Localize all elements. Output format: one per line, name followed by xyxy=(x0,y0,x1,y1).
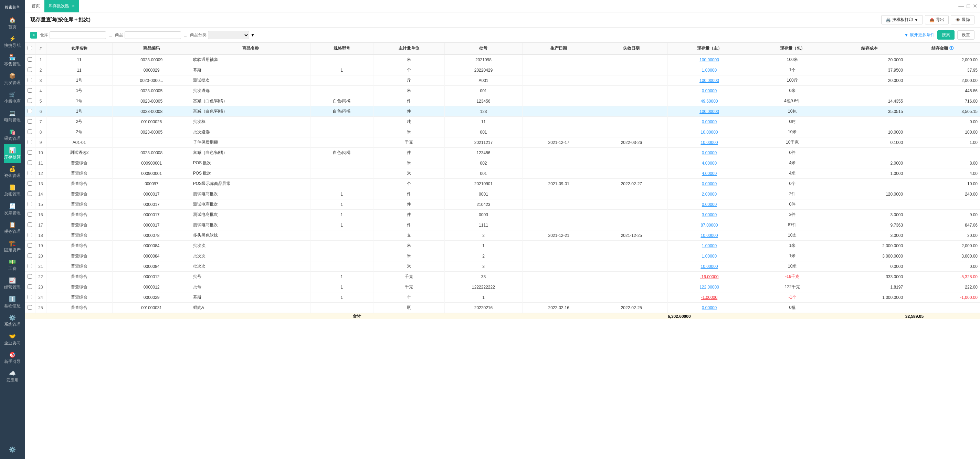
row-checkbox-15[interactable] xyxy=(25,210,35,220)
table-row[interactable]: 21 普查综合 0000084 批次次 米 3 10.00000 10米 0.0… xyxy=(25,261,980,272)
print-btn[interactable]: 🖨️ 按模板打印 ▼ xyxy=(881,15,923,24)
row-qty-main-24[interactable]: 0.00000 xyxy=(668,303,751,313)
sidebar-item-payroll[interactable]: 💵 工资 xyxy=(4,256,21,274)
sidebar-item-inventory-audit[interactable]: 📊 库存核算 xyxy=(4,144,21,163)
row-checkbox-7[interactable] xyxy=(25,127,35,137)
row-checkbox-24[interactable] xyxy=(25,303,35,313)
row-qty-main-17[interactable]: 10.00000 xyxy=(668,230,751,241)
row-checkbox-6[interactable] xyxy=(25,117,35,127)
table-row[interactable]: 8 2号 0023-00005 批次遴选 米 001 10.00000 10米 … xyxy=(25,127,980,137)
qty-main-link-23[interactable]: -1.00000 xyxy=(701,295,718,300)
table-row[interactable]: 19 普查综合 0000084 批次次 米 1 1.00000 1米 2,000… xyxy=(25,241,980,251)
qty-main-link-24[interactable]: 0.00000 xyxy=(702,305,717,310)
table-row[interactable]: 25 普查综合 001000031 鲜肉A 瓶 20220216 2022-02… xyxy=(25,303,980,313)
row-checkbox-23[interactable] xyxy=(25,292,35,303)
row-checkbox-20[interactable] xyxy=(25,261,35,272)
row-qty-main-4[interactable]: 49.60000 xyxy=(668,96,751,107)
sidebar-item-asset-mgmt[interactable]: 💰 资金管理 xyxy=(4,163,21,182)
row-check-3[interactable] xyxy=(27,88,32,92)
table-row[interactable]: 15 普查综合 0000017 测试电商批次 1 件 210423 0.0000… xyxy=(25,199,980,210)
row-qty-main-12[interactable]: 0.00000 xyxy=(668,179,751,189)
row-qty-main-6[interactable]: 0.00000 xyxy=(668,117,751,127)
row-check-0[interactable] xyxy=(27,57,32,62)
sidebar-item-invoice-mgmt[interactable]: 🧾 发票管理 xyxy=(4,200,21,219)
qty-main-link-21[interactable]: -16.00000 xyxy=(700,274,718,279)
row-qty-main-22[interactable]: 122.00000 xyxy=(668,282,751,292)
sidebar-item-sys-mgmt[interactable]: ⚙️ 系统管理 xyxy=(4,312,21,330)
qty-main-link-7[interactable]: 10.00000 xyxy=(700,130,718,135)
row-checkbox-8[interactable] xyxy=(25,137,35,148)
table-row[interactable]: 5 1号 0023-00005 富减（白色/闷橘） 白色/闷橘 件 123456… xyxy=(25,96,980,107)
row-qty-main-20[interactable]: 10.00000 xyxy=(668,261,751,272)
export-btn[interactable]: 📤 导出 xyxy=(925,15,949,24)
row-checkbox-12[interactable] xyxy=(25,179,35,189)
row-check-21[interactable] xyxy=(27,274,32,279)
row-check-18[interactable] xyxy=(27,243,32,247)
table-row[interactable]: 3 1号 0023-0000... 测试批次 斤 A001 100.00000 … xyxy=(25,75,980,86)
qty-main-link-22[interactable]: 122.00000 xyxy=(700,285,719,290)
qty-main-link-10[interactable]: 4.00000 xyxy=(702,161,717,166)
minimize-btn[interactable]: — xyxy=(958,3,964,9)
row-check-22[interactable] xyxy=(27,284,32,289)
table-row[interactable]: 20 普查综合 0000084 批次次 米 2 1.00000 1米 3,000… xyxy=(25,251,980,261)
row-check-17[interactable] xyxy=(27,233,32,237)
row-check-2[interactable] xyxy=(27,78,32,82)
row-check-5[interactable] xyxy=(27,109,32,113)
row-check-4[interactable] xyxy=(27,99,32,103)
qty-main-link-0[interactable]: 100.00000 xyxy=(700,57,719,62)
row-qty-main-0[interactable]: 100.00000 xyxy=(668,54,751,65)
row-check-8[interactable] xyxy=(27,140,32,144)
qty-main-link-6[interactable]: 0.00000 xyxy=(702,120,717,124)
row-checkbox-3[interactable] xyxy=(25,86,35,96)
expand-conditions-btn[interactable]: ▼ 展开更多条件 xyxy=(904,32,935,38)
sidebar-item-sales-mgmt[interactable]: 🏪 零售管理 xyxy=(4,51,21,70)
table-row[interactable]: 1 11 0023-00009 软软通用袖套 米 2021098 100.000… xyxy=(25,54,980,65)
table-row[interactable]: 9 A01-01 子件保质期额 千克 20211217 2021-12-17 2… xyxy=(25,137,980,148)
table-row[interactable]: 18 普查综合 0000078 多头黑色软线 支 2 2021-12-21 20… xyxy=(25,230,980,241)
row-checkbox-1[interactable] xyxy=(25,65,35,75)
qty-main-link-17[interactable]: 10.00000 xyxy=(700,233,718,238)
row-qty-main-8[interactable]: 10.00000 xyxy=(668,137,751,148)
table-row[interactable]: 23 普查综合 0000012 批号 1 千克 1222222222 122.0… xyxy=(25,282,980,292)
table-row[interactable]: 14 普查综合 0000017 测试电商批次 1 件 0001 2.00000 … xyxy=(25,189,980,199)
table-row[interactable]: 11 普查综合 000900001 POS 批次 米 002 4.00000 4… xyxy=(25,158,980,168)
row-check-13[interactable] xyxy=(27,191,32,196)
row-qty-main-13[interactable]: 2.00000 xyxy=(668,189,751,199)
row-check-9[interactable] xyxy=(27,150,32,155)
qty-main-link-12[interactable]: 0.00000 xyxy=(702,182,717,186)
table-row[interactable]: 13 普查综合 000097 POS显示库商品异常 个 20210901 202… xyxy=(25,179,980,189)
row-qty-main-5[interactable]: 100.00000 xyxy=(668,107,751,117)
sidebar-item-ecom-mgmt[interactable]: 💻 电商管理 xyxy=(4,107,21,126)
sidebar-item-basic-info[interactable]: ℹ️ 基础信息 xyxy=(4,293,21,312)
table-row[interactable]: 6 1号 0023-00008 富减（白色/闷橘） 白色/闷橘 件 123 10… xyxy=(25,107,980,117)
table-row[interactable]: 4 1号 0023-00005 批次遴选 米 001 0.00000 0米 44… xyxy=(25,86,980,96)
qty-main-link-3[interactable]: 0.00000 xyxy=(702,89,717,93)
sidebar-item-ops-mgmt[interactable]: 📈 经营管理 xyxy=(4,274,21,293)
row-qty-main-7[interactable]: 10.00000 xyxy=(668,127,751,137)
warehouse-input[interactable] xyxy=(49,31,106,39)
qty-main-link-2[interactable]: 100.00000 xyxy=(700,78,719,83)
table-row[interactable]: 7 2号 001000026 批次框 吨 11 0.00000 0吨 0.00 xyxy=(25,117,980,127)
row-check-15[interactable] xyxy=(27,212,32,217)
row-check-1[interactable] xyxy=(27,67,32,72)
tab-home-tab[interactable]: 首页 xyxy=(27,0,45,13)
row-checkbox-11[interactable] xyxy=(25,168,35,179)
hide-btn[interactable]: 👁️ 显隐 xyxy=(951,15,975,24)
row-qty-main-15[interactable]: 3.00000 xyxy=(668,210,751,220)
qty-main-link-4[interactable]: 49.60000 xyxy=(700,99,718,104)
row-qty-main-9[interactable]: 0.00000 xyxy=(668,148,751,158)
row-check-7[interactable] xyxy=(27,129,32,134)
row-qty-main-19[interactable]: 1.00000 xyxy=(668,251,751,261)
table-row[interactable]: 17 普查综合 0000017 测试电商批次 1 件 1111 87.00000… xyxy=(25,220,980,230)
qty-main-link-16[interactable]: 87.00000 xyxy=(700,223,718,228)
qty-main-link-9[interactable]: 0.00000 xyxy=(702,150,717,155)
row-qty-main-10[interactable]: 4.00000 xyxy=(668,158,751,168)
row-checkbox-0[interactable] xyxy=(25,54,35,65)
sidebar-item-general-mgmt[interactable]: 📒 总账管理 xyxy=(4,182,21,200)
qty-main-link-5[interactable]: 100.00000 xyxy=(700,109,719,114)
maximize-btn[interactable]: □ xyxy=(967,3,970,9)
row-checkbox-9[interactable] xyxy=(25,148,35,158)
sidebar-item-home[interactable]: 🏠 首页 xyxy=(4,14,21,33)
sidebar-item-purchase-mgmt[interactable]: 🛍️ 采购管理 xyxy=(4,126,21,144)
sidebar-logo[interactable]: 搜索菜单 xyxy=(5,3,20,12)
